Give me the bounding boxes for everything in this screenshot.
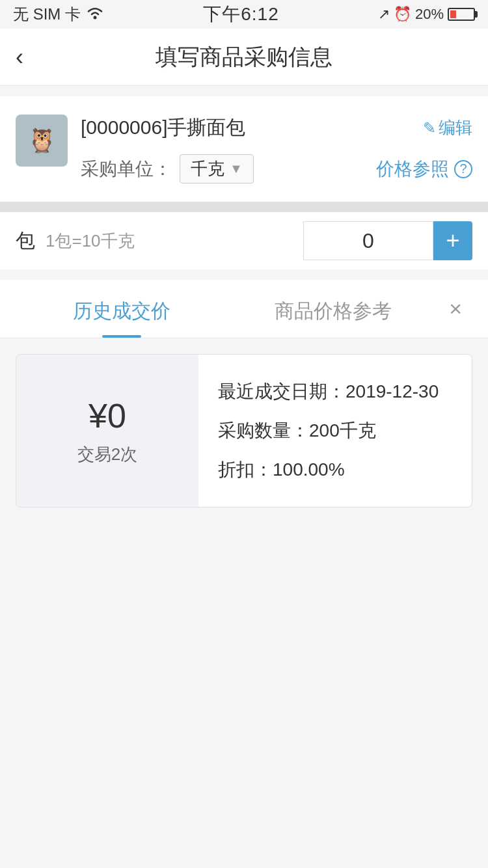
quantity-input[interactable] (303, 221, 433, 260)
history-date-value: 2019-12-30 (346, 381, 439, 401)
history-qty-row: 采购数量：200千克 (218, 417, 452, 444)
status-bar: 无 SIM 卡 下午6:12 ↗ ⏰ 20% (0, 0, 488, 29)
history-price-value: ¥0 (88, 396, 126, 435)
unit-label: 采购单位： (81, 157, 172, 182)
quantity-input-wrap: + (303, 221, 472, 260)
history-trades-count: 交易2次 (77, 443, 137, 466)
page-title: 填写商品采购信息 (156, 42, 332, 72)
history-date-row: 最近成交日期：2019-12-30 (218, 378, 452, 405)
alarm-icon: ⏰ (394, 6, 411, 23)
edit-icon: ✎ (423, 119, 436, 137)
quantity-plus-button[interactable]: + (433, 221, 472, 260)
back-button[interactable]: ‹ (16, 44, 23, 71)
tab-history-price[interactable]: 历史成交价 (16, 280, 227, 338)
battery-percent: 20% (415, 6, 444, 23)
wifi-icon (86, 5, 104, 23)
product-card: 🦉 [0000006]手撕面包 ✎ 编辑 采购单位： 千克 ▼ 价格参照 ? (0, 96, 488, 202)
tab-price-reference[interactable]: 商品价格参考 (227, 280, 439, 338)
location-icon: ↗ (378, 6, 390, 23)
status-carrier: 无 SIM 卡 (13, 4, 104, 25)
edit-button[interactable]: ✎ 编辑 (423, 116, 472, 139)
price-reference-button[interactable]: 价格参照 ? (376, 157, 472, 182)
close-panel-button[interactable]: × (439, 283, 472, 334)
price-ref-help-icon: ? (454, 160, 472, 178)
battery-icon (448, 8, 475, 21)
unit-value: 千克 (191, 157, 224, 180)
unit-dropdown-arrow: ▼ (230, 161, 243, 176)
edit-label: 编辑 (439, 116, 472, 139)
history-qty-value: 200千克 (309, 420, 376, 441)
status-time: 下午6:12 (203, 2, 279, 27)
tabs-bar: 历史成交价 商品价格参考 × (0, 280, 488, 338)
unit-badge: 包 (16, 228, 35, 254)
history-price-right: 最近成交日期：2019-12-30 采购数量：200千克 折扣：100.00% (198, 355, 472, 507)
status-right: ↗ ⏰ 20% (378, 6, 475, 23)
header: ‹ 填写商品采购信息 (0, 29, 488, 86)
history-date-label: 最近成交日期： (218, 381, 346, 401)
carrier-text: 无 SIM 卡 (13, 4, 81, 25)
quantity-unit-info: 包 1包=10千克 (16, 228, 135, 254)
unit-select[interactable]: 千克 ▼ (180, 154, 254, 183)
history-qty-label: 采购数量： (218, 420, 309, 441)
svg-point-0 (94, 16, 97, 20)
history-discount-row: 折扣：100.00% (218, 456, 452, 483)
history-discount-value: 100.00% (273, 459, 345, 480)
section-divider (0, 202, 488, 212)
product-name: [0000006]手撕面包 (81, 115, 245, 141)
history-discount-label: 折扣： (218, 459, 273, 480)
product-name-row: [0000006]手撕面包 ✎ 编辑 (81, 115, 472, 141)
content-area: ¥0 交易2次 最近成交日期：2019-12-30 采购数量：200千克 折扣：… (0, 338, 488, 523)
price-ref-label: 价格参照 (376, 157, 449, 182)
history-price-card: ¥0 交易2次 最近成交日期：2019-12-30 采购数量：200千克 折扣：… (16, 354, 472, 508)
product-thumbnail: 🦉 (16, 115, 68, 167)
unit-hint: 1包=10千克 (46, 230, 135, 252)
product-info: [0000006]手撕面包 ✎ 编辑 采购单位： 千克 ▼ 价格参照 ? (81, 115, 472, 183)
history-price-left: ¥0 交易2次 (16, 355, 198, 507)
quantity-row: 包 1包=10千克 + (0, 212, 488, 269)
product-icon: 🦉 (27, 127, 57, 154)
unit-row: 采购单位： 千克 ▼ 价格参照 ? (81, 154, 472, 183)
